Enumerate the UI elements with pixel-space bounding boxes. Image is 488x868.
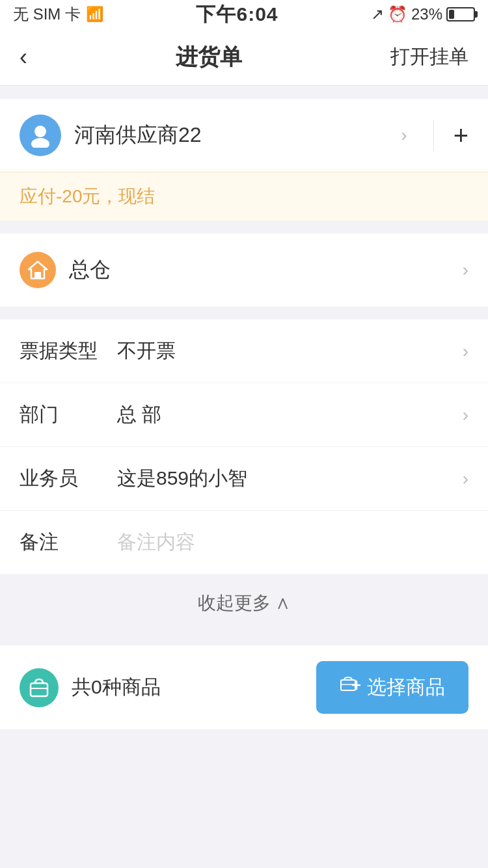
dept-row[interactable]: 部门 总 部 › [0,383,488,447]
invoice-row[interactable]: 票据类型 不开票 › [0,319,488,383]
notice-bar: 应付-20元，现结 [0,172,488,221]
status-time: 下午6:04 [196,1,278,28]
invoice-chevron-icon: › [463,341,468,362]
status-bar: 无 SIM 卡 📶 下午6:04 ↗ ⏰ 23% [0,0,488,29]
supplier-row[interactable]: 河南供应商22 › + [0,99,488,172]
staff-chevron-icon: › [463,468,468,489]
svg-point-1 [31,138,49,148]
supplier-card: 河南供应商22 › + 应付-20元，现结 [0,99,488,221]
notice-text: 应付-20元，现结 [20,186,155,206]
collapse-button[interactable]: 收起更多 ∧ [0,574,488,632]
warehouse-row[interactable]: 总仓 › [0,234,488,306]
dept-chevron-icon: › [463,405,468,426]
select-product-label: 选择商品 [367,674,445,701]
product-count: 共0种商品 [72,674,316,701]
collapse-label: 收起更多 ∧ [198,591,291,616]
warehouse-icon [20,252,56,288]
battery-icon [446,7,475,21]
status-right: ↗ ⏰ 23% [371,5,475,23]
product-section: 共0种商品 选择商品 [0,645,488,729]
divider [433,120,434,151]
shopping-icon [28,677,50,699]
supplier-name: 河南供应商22 [74,121,401,150]
product-icon [20,668,59,707]
svg-rect-4 [31,683,47,696]
select-product-button[interactable]: 选择商品 [316,661,468,714]
warehouse-name: 总仓 [69,256,463,284]
staff-key: 业务员 [20,465,111,492]
warehouse-chevron-icon: › [463,260,468,280]
svg-rect-3 [34,272,41,278]
page-title: 进货单 [176,42,242,72]
battery-percent: 23% [411,5,442,23]
remark-row[interactable]: 备注 备注内容 [0,511,488,574]
wifi-icon: 📶 [86,6,103,23]
dept-key: 部门 [20,401,111,428]
carrier-label: 无 SIM 卡 [13,4,81,25]
nav-bar: ‹ 进货单 打开挂单 [0,29,488,86]
location-icon: ↗ [371,5,384,23]
staff-row[interactable]: 业务员 这是859的小智 › [0,447,488,511]
form-section: 票据类型 不开票 › 部门 总 部 › 业务员 这是859的小智 › 备注 备注… [0,319,488,574]
person-icon [28,123,53,148]
add-supplier-button[interactable]: + [454,121,468,150]
house-icon [27,260,48,280]
invoice-key: 票据类型 [20,338,111,364]
warehouse-card: 总仓 › [0,234,488,306]
select-btn-icon [340,676,360,699]
supplier-chevron-icon: › [401,125,407,146]
staff-value: 这是859的小智 [111,465,463,492]
remark-key: 备注 [20,529,111,556]
dept-value: 总 部 [111,401,463,428]
remark-input[interactable]: 备注内容 [111,529,468,556]
supplier-avatar [20,115,61,156]
open-pending-button[interactable]: 打开挂单 [390,44,468,70]
alarm-icon: ⏰ [388,5,407,23]
content: 河南供应商22 › + 应付-20元，现结 总仓 › 票据类型 不开票 [0,99,488,729]
svg-point-0 [34,126,46,137]
status-left: 无 SIM 卡 📶 [13,4,103,25]
invoice-value: 不开票 [111,338,463,364]
back-button[interactable]: ‹ [20,44,27,71]
cart-plus-icon [340,676,360,694]
